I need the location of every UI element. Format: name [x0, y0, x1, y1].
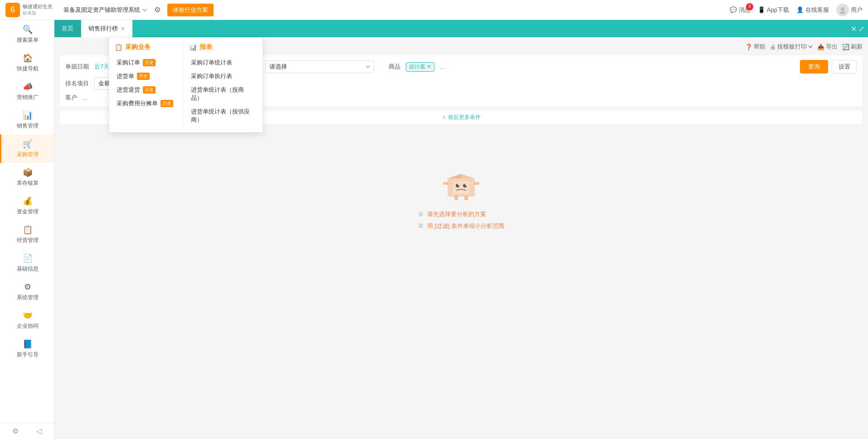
sidebar-item-capital[interactable]: 💰 资金管理 [0, 192, 54, 220]
sidebar-item-quick-nav[interactable]: 🏠 快捷导航 [0, 49, 54, 77]
app-download-btn[interactable]: 📱 App下载 [758, 6, 789, 14]
header-right: 💬 消息 9 📱 App下载 👤 在线客服 用户 [730, 4, 863, 16]
tab-close-icon[interactable]: ✕ [121, 26, 125, 32]
menu-item-purchase-return-label: 进货退货 [117, 86, 140, 94]
menu-section-report: 📊 报表 采购订单统计表 采购订单执行表 进货单统计表（按商品） 进货单统计表（… [183, 43, 258, 127]
menu-item-purchase-goods[interactable]: 进货单 历史 [115, 69, 183, 83]
sidebar-item-base-info-label: 基础信息 [17, 265, 39, 273]
tab-sales-rank[interactable]: 销售排行榜 ✕ [81, 20, 132, 37]
sidebar-item-marketing[interactable]: 📣 营销推广 [0, 77, 54, 106]
guide-icon: 📘 [23, 339, 33, 349]
goods-more-link[interactable]: ... [440, 64, 445, 70]
export-btn[interactable]: 📤 导出 [817, 43, 838, 51]
online-service-btn[interactable]: 👤 在线客服 [796, 6, 829, 14]
system-title: 装备及固定资产辅助管理系统 [63, 6, 140, 14]
svg-marker-4 [461, 174, 475, 178]
menu-item-report-order-stat-label: 采购订单统计表 [191, 59, 232, 67]
user-label: 用户 [851, 6, 863, 14]
sidebar: 🔍 搜索菜单 🏠 快捷导航 📣 营销推广 📊 销售管理 🛒 采购管理 📦 库存核… [0, 20, 54, 439]
sidebar-item-purchase-label: 采购管理 [17, 151, 39, 158]
logo-area: 6 畅捷通好生意 标准版 [5, 3, 60, 17]
sidebar-item-search-label: 搜索菜单 [17, 36, 39, 44]
purchase-order-badge: 历史 [143, 59, 156, 66]
customer-more-link[interactable]: ... [83, 94, 88, 101]
dropdown-arrow-icon [142, 7, 147, 13]
settings-icon[interactable]: ⚙ [151, 4, 164, 16]
sidebar-item-inventory[interactable]: 📦 库存核算 [0, 163, 54, 192]
export-label: 导出 [826, 43, 838, 51]
sidebar-collapse-btn[interactable]: ◁ [36, 427, 42, 435]
print-label: 按模板打印 [777, 43, 807, 51]
menu-item-purchase-order-label: 采购订单 [117, 59, 140, 67]
doc-status-placeholder: 请选择 [269, 63, 287, 71]
print-icon: 🖨 [770, 44, 776, 50]
system-title-dropdown[interactable]: 装备及固定资产辅助管理系统 [60, 6, 147, 14]
sidebar-item-search[interactable]: 🔍 搜索菜单 [0, 20, 54, 49]
sidebar-item-operation-label: 经营管理 [17, 237, 39, 244]
menu-item-report-supplier-stat[interactable]: 进货单统计表（按供应商） [189, 105, 258, 127]
refresh-btn[interactable]: 🔄 刷新 [842, 43, 863, 51]
goods-tag-close-icon[interactable]: ✕ [427, 64, 431, 70]
empty-illustration [439, 165, 484, 201]
app-download-label: App下载 [767, 6, 789, 14]
tab-home[interactable]: 首页 [54, 20, 81, 37]
collapse-icon: ∧ [442, 114, 446, 120]
export-icon: 📤 [817, 44, 824, 50]
menu-item-purchase-order[interactable]: 采购订单 历史 [115, 56, 183, 69]
sidebar-item-enterprise[interactable]: 🤝 企业协同 [0, 306, 54, 335]
notification-badge: 9 [746, 3, 753, 10]
tab-bar-expand-btn[interactable]: ⤢ [858, 25, 864, 33]
menu-item-report-order-stat[interactable]: 采购订单统计表 [189, 56, 258, 69]
purchase-cost-badge: 历史 [161, 100, 173, 107]
base-info-icon: 📄 [23, 253, 33, 263]
dropdown-menu: 📋 采购业务 采购订单 历史 进货单 历史 进货退货 历史 [109, 37, 263, 133]
sidebar-settings-btn[interactable]: ⚙ [12, 427, 19, 435]
main-layout: 🔍 搜索菜单 🏠 快捷导航 📣 营销推广 📊 销售管理 🛒 采购管理 📦 库存核… [0, 20, 868, 439]
empty-svg [439, 165, 484, 201]
purchase-goods-badge: 历史 [137, 73, 150, 80]
settings-btn[interactable]: 设置 [832, 60, 857, 74]
help-btn[interactable]: ❓ 帮助 [745, 43, 766, 51]
sidebar-item-system[interactable]: ⚙ 系统管理 [0, 277, 54, 306]
system-icon: ⚙ [24, 282, 31, 292]
rank-label: 排名项目 [65, 79, 89, 88]
date-preset-7days[interactable]: 近7天 [94, 63, 109, 70]
report-menu-icon: 📊 [189, 44, 197, 51]
print-btn[interactable]: 🖨 按模板打印 [770, 43, 813, 51]
query-btn[interactable]: 查询 [800, 60, 828, 74]
menu-item-purchase-cost[interactable]: 采购费用分摊单 历史 [115, 97, 183, 110]
doc-status-select[interactable]: 请选择 [265, 60, 374, 73]
goods-label: 商品 [389, 63, 400, 71]
toolbar-actions: 查询 设置 [800, 60, 857, 74]
sidebar-item-marketing-label: 营销推广 [17, 94, 39, 101]
sidebar-item-guide[interactable]: 📘 新手引导 [0, 335, 54, 363]
sidebar-item-capital-label: 资金管理 [17, 208, 39, 216]
sidebar-item-quick-nav-label: 快捷导航 [17, 65, 39, 73]
menu-item-report-goods-stat[interactable]: 进货单统计表（按商品） [189, 83, 258, 105]
sidebar-bottom: ⚙ ◁ [0, 423, 54, 439]
sidebar-item-guide-label: 新手引导 [17, 351, 39, 359]
user-btn[interactable]: 用户 [836, 4, 863, 16]
tab-bar: 首页 销售排行榜 ✕ ✕ ⤢ 📋 采购业务 采购订单 [54, 20, 868, 37]
industry-button[interactable]: 体验行业方案 [167, 4, 214, 16]
menu-item-purchase-cost-label: 采购费用分摊单 [117, 99, 158, 108]
tab-bar-close-btn[interactable]: ✕ [851, 25, 857, 33]
menu-section-purchase: 📋 采购业务 采购订单 历史 进货单 历史 进货退货 历史 [115, 43, 183, 127]
goods-tag: 设计素 ✕ [406, 62, 434, 72]
customer-label: 客户 [65, 94, 77, 102]
help-icon: ❓ [745, 44, 752, 50]
notification-btn[interactable]: 💬 消息 9 [730, 6, 751, 14]
menu-section-purchase-title: 📋 采购业务 [115, 43, 183, 51]
sidebar-item-purchase[interactable]: 🛒 采购管理 [0, 134, 54, 163]
sidebar-item-operation[interactable]: 📋 经营管理 [0, 220, 54, 249]
collapse-label: 收起更多条件 [448, 114, 481, 120]
sidebar-item-sales[interactable]: 📊 销售管理 [0, 106, 54, 134]
logo-badge: 标准版 [23, 10, 53, 16]
sidebar-item-base-info[interactable]: 📄 基础信息 [0, 249, 54, 277]
operation-icon: 📋 [23, 225, 33, 235]
menu-item-report-order-exec[interactable]: 采购订单执行表 [189, 69, 258, 83]
online-service-label: 在线客服 [805, 6, 829, 14]
tab-bar-right: ✕ ⤢ [847, 20, 868, 37]
tab-sales-rank-label: 销售排行榜 [88, 25, 118, 33]
menu-item-purchase-return[interactable]: 进货退货 历史 [115, 83, 183, 97]
